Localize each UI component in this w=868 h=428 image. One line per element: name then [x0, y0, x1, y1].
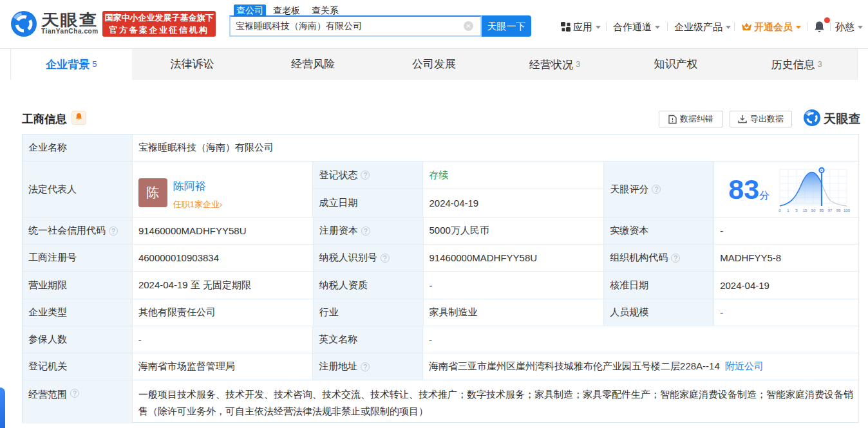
svg-text:1: 1: [788, 209, 790, 212]
svg-text:3: 3: [796, 209, 798, 212]
svg-text:15: 15: [803, 209, 807, 212]
svg-text:0: 0: [779, 209, 782, 212]
svg-text:85: 85: [820, 209, 824, 212]
svg-text:100: 100: [844, 209, 851, 212]
svg-text:97: 97: [828, 209, 833, 212]
svg-text:99: 99: [836, 209, 841, 212]
svg-text:50: 50: [811, 209, 816, 212]
